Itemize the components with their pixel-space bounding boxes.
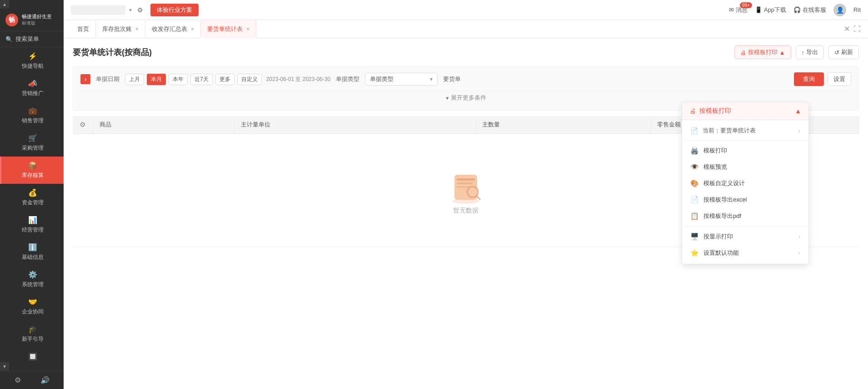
search-menu-label: 搜索菜单 [15, 35, 39, 43]
sidebar-item-marketing[interactable]: 📣 营销推广 [0, 75, 64, 102]
topbar-right: ✉ 消息 99+ 📱 App下载 🎧 在线客服 👤 Rit [729, 4, 861, 16]
sidebar-item-inventory[interactable]: 📦 库存核算 [0, 157, 64, 184]
sidebar-item-basic[interactable]: ℹ️ 基础信息 [0, 238, 64, 266]
dropdown-divider-2 [682, 226, 808, 227]
download-icon: 📱 [755, 6, 762, 13]
system-icon: ⚙️ [28, 270, 37, 279]
sidebar-item-label: 采购管理 [22, 144, 44, 152]
dropdown-item-display-print[interactable]: 🖥️ 按显示打印 › [682, 228, 808, 245]
sidebar-item-sales[interactable]: 💼 销售管理 [0, 102, 64, 129]
sidebar-item-system[interactable]: ⚙️ 系统管理 [0, 266, 64, 293]
tab-collection-summary-close[interactable]: × [191, 26, 194, 32]
sidebar-scroll-down[interactable]: ▼ [0, 362, 9, 371]
sidebar-item-enterprise[interactable]: 🤝 企业协同 [0, 293, 64, 320]
export-icon: ↑ [802, 49, 805, 56]
tab-batch-account-label: 库存批次账 [102, 25, 132, 33]
print-template-button[interactable]: 🖨 按模板打印 ▲ [734, 45, 791, 59]
sidebar-item-quick-nav[interactable]: ⚡ 快捷导航 [0, 47, 64, 75]
main-area: ▾ ⚙ 体验行业方案 ✉ 消息 99+ 📱 App下载 🎧 在线客服 👤 Rit [64, 0, 868, 389]
user-avatar[interactable]: 👤 [833, 4, 846, 16]
dropdown-item-template-preview[interactable]: 👁️ 模板预览 [682, 159, 808, 175]
avatar-icon: 👤 [836, 6, 844, 14]
dropdown-item-template-custom[interactable]: 🎨 模板自定义设计 [682, 175, 808, 192]
sidebar-item-newbie[interactable]: 🎓 新手引导 [0, 320, 64, 348]
template-export-pdf-label: 按模板导出pdf [703, 212, 741, 220]
print-dropdown-collapse-icon[interactable]: ▲ [795, 107, 801, 115]
svg-line-6 [477, 196, 480, 199]
table-gear-icon[interactable]: ⚙ [80, 121, 85, 128]
sidebar-item-appstore[interactable]: 🔲 应用中心 [0, 348, 64, 362]
trial-industry-button[interactable]: 体验行业方案 [150, 4, 199, 16]
app-name: 畅捷通好生意 [22, 13, 52, 20]
table-col-settings[interactable]: ⚙ [73, 116, 93, 134]
tab-order-summary[interactable]: 要货单统计表 × [201, 20, 256, 38]
filter-row: › 单据日期 上月 本月 本年 近7天 更多 自定义 2023-06-01 至 … [80, 72, 851, 86]
search-icon: 🔍 [5, 36, 13, 43]
topbar-gear-icon[interactable]: ⚙ [137, 6, 143, 14]
date-btn-this-year[interactable]: 本年 [169, 74, 188, 85]
sidebar-item-operations[interactable]: 📊 经营管理 [0, 211, 64, 238]
sidebar-item-finance[interactable]: 💰 资金管理 [0, 184, 64, 211]
messages-button[interactable]: ✉ 消息 99+ [729, 6, 748, 14]
doc-type-select[interactable]: 单据类型 ▾ [365, 73, 438, 86]
tab-collection-summary[interactable]: 收发存汇总表 × [145, 20, 201, 38]
display-print-label: 按显示打印 [703, 232, 733, 241]
dropdown-item-template-print[interactable]: 🖨️ 模板打印 [682, 142, 808, 159]
settings-icon[interactable]: ⚙ [15, 376, 21, 384]
tab-home[interactable]: 首页 [71, 20, 96, 38]
sidebar-nav: ⚡ 快捷导航 📣 营销推广 💼 销售管理 🛒 采购管理 📦 库存核算 💰 资金管… [0, 47, 64, 362]
sidebar: ▲ 畅 畅捷通好生意 标准版 🔍 搜索菜单 ⚡ 快捷导航 📣 营销推广 💼 销售… [0, 0, 64, 389]
print-dropdown-title: 🖨 按模板打印 [689, 107, 731, 115]
app-logo-icon: 畅 [5, 14, 18, 26]
refresh-button[interactable]: ↺ 刷新 [828, 45, 859, 59]
doc-type-value: 单据类型 [370, 75, 394, 83]
date-btn-last-7-days[interactable]: 近7天 [190, 74, 213, 85]
query-button[interactable]: 查询 [794, 72, 824, 86]
user-name[interactable]: Rit [853, 6, 861, 13]
tab-window-controls: ✕ ⛶ [844, 25, 861, 33]
tab-window-expand-icon[interactable]: ⛶ [853, 25, 861, 33]
message-icon: ✉ [729, 6, 734, 13]
operations-icon: 📊 [28, 216, 37, 224]
online-support-button[interactable]: 🎧 在线客服 [793, 6, 826, 14]
sidebar-scroll-up[interactable]: ▲ [0, 0, 9, 9]
settings-button[interactable]: 设置 [828, 72, 851, 86]
printer-dropdown-icon: 🖨 [689, 107, 696, 115]
enterprise-icon: 🤝 [28, 298, 37, 306]
tab-window-close-icon[interactable]: ✕ [844, 25, 850, 33]
app-download-button[interactable]: 📱 App下载 [755, 6, 786, 14]
date-btn-custom[interactable]: 自定义 [237, 74, 262, 85]
dropdown-item-set-default[interactable]: ⭐ 设置默认功能 › [682, 245, 808, 261]
refresh-label: 刷新 [841, 48, 853, 56]
topbar-search-input[interactable] [71, 5, 125, 15]
template-print-label: 模板打印 [703, 147, 727, 155]
display-print-arrow: › [798, 233, 800, 240]
refresh-icon: ↺ [834, 49, 839, 56]
tab-collection-summary-label: 收发存汇总表 [152, 25, 187, 33]
table-col-unit: 主计量单位 [234, 116, 476, 134]
sidebar-item-label: 基础信息 [22, 253, 44, 261]
tab-batch-account-close[interactable]: × [135, 26, 139, 32]
filter-expand-toggle[interactable]: › [80, 74, 90, 84]
sidebar-bottom: ⚙ 🔊 [0, 371, 64, 389]
speaker-icon[interactable]: 🔊 [40, 376, 50, 384]
date-btn-last-month[interactable]: 上月 [125, 74, 144, 85]
export-button[interactable]: ↑ 导出 [796, 45, 824, 59]
sidebar-item-label: 系统管理 [22, 281, 44, 288]
date-btn-this-month[interactable]: 本月 [147, 74, 166, 85]
sidebar-item-purchase[interactable]: 🛒 采购管理 [0, 129, 64, 157]
app-download-label: App下载 [764, 6, 786, 14]
search-menu-item[interactable]: 🔍 搜索菜单 [0, 31, 64, 47]
tab-batch-account[interactable]: 库存批次账 × [96, 20, 145, 38]
messages-badge: 99+ [740, 2, 752, 8]
dropdown-item-template-export-excel[interactable]: 📄 按模板导出excel [682, 192, 808, 208]
tab-order-summary-close[interactable]: × [246, 26, 249, 32]
sidebar-logo: 畅 畅捷通好生意 标准版 [0, 9, 64, 31]
sidebar-item-label: 经营管理 [22, 226, 44, 234]
topbar-chevron-icon[interactable]: ▾ [129, 7, 132, 13]
date-btn-more[interactable]: 更多 [215, 74, 234, 85]
page-actions: 🖨 按模板打印 ▲ ↑ 导出 ↺ 刷新 [734, 45, 859, 59]
empty-illustration [445, 166, 486, 207]
dropdown-item-template-export-pdf[interactable]: 📋 按模板导出pdf [682, 208, 808, 224]
date-filter-label: 单据日期 [96, 75, 120, 83]
